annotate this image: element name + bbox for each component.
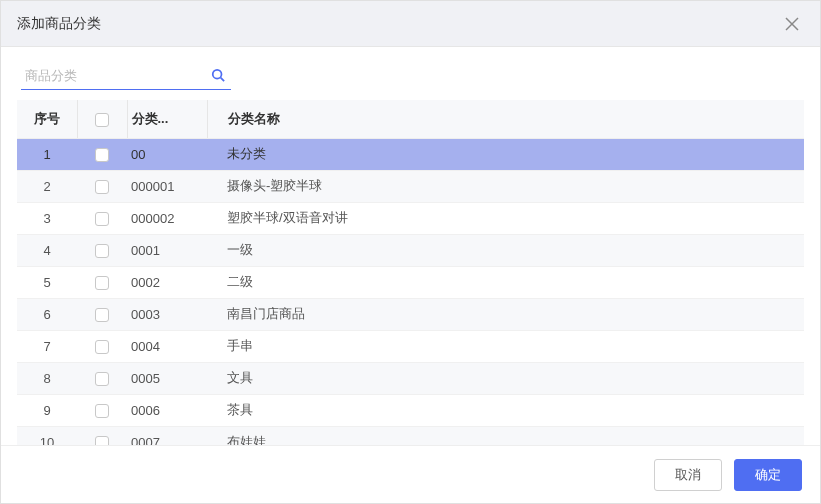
cell-checkbox — [77, 138, 127, 170]
table-body: 100未分类2000001摄像头-塑胶半球3000002塑胶半球/双语音对讲40… — [17, 138, 804, 445]
cell-index: 7 — [17, 330, 77, 362]
col-header-index[interactable]: 序号 — [17, 100, 77, 138]
cell-name: 茶具 — [207, 394, 804, 426]
table-row[interactable]: 50002二级 — [17, 266, 804, 298]
close-button[interactable] — [780, 12, 804, 36]
row-checkbox[interactable] — [95, 308, 109, 322]
table-area: 序号 分类... 分类名称 100未分类2000001摄像头-塑胶半球30000… — [1, 100, 820, 445]
cell-index: 9 — [17, 394, 77, 426]
cell-code: 0006 — [127, 394, 207, 426]
cell-name: 未分类 — [207, 138, 804, 170]
add-category-modal: 添加商品分类 序号 分类... 分类名称 — [0, 0, 821, 504]
cell-checkbox — [77, 234, 127, 266]
table-row[interactable]: 40001一级 — [17, 234, 804, 266]
col-header-code[interactable]: 分类... — [127, 100, 207, 138]
cell-checkbox — [77, 362, 127, 394]
cell-checkbox — [77, 394, 127, 426]
row-checkbox[interactable] — [95, 372, 109, 386]
cell-checkbox — [77, 202, 127, 234]
table-row[interactable]: 100未分类 — [17, 138, 804, 170]
cell-code: 0005 — [127, 362, 207, 394]
svg-line-3 — [221, 78, 225, 82]
table-row[interactable]: 2000001摄像头-塑胶半球 — [17, 170, 804, 202]
cell-code: 0002 — [127, 266, 207, 298]
cell-code: 0007 — [127, 426, 207, 445]
row-checkbox[interactable] — [95, 404, 109, 418]
cell-index: 10 — [17, 426, 77, 445]
cell-name: 南昌门店商品 — [207, 298, 804, 330]
cell-name: 手串 — [207, 330, 804, 362]
cell-code: 0001 — [127, 234, 207, 266]
modal-header: 添加商品分类 — [1, 1, 820, 47]
svg-point-2 — [213, 70, 222, 79]
cell-name: 一级 — [207, 234, 804, 266]
cell-checkbox — [77, 426, 127, 445]
cell-checkbox — [77, 330, 127, 362]
cell-code: 000002 — [127, 202, 207, 234]
ok-button[interactable]: 确定 — [734, 459, 802, 491]
table-header: 序号 分类... 分类名称 — [17, 100, 804, 138]
cell-code: 00 — [127, 138, 207, 170]
close-icon — [785, 17, 799, 31]
table-row[interactable]: 60003南昌门店商品 — [17, 298, 804, 330]
row-checkbox[interactable] — [95, 340, 109, 354]
search-area — [1, 47, 820, 100]
col-header-name[interactable]: 分类名称 — [207, 100, 804, 138]
cancel-button[interactable]: 取消 — [654, 459, 722, 491]
table-row[interactable]: 70004手串 — [17, 330, 804, 362]
modal-title: 添加商品分类 — [17, 15, 101, 33]
cell-index: 1 — [17, 138, 77, 170]
cell-index: 8 — [17, 362, 77, 394]
search-wrap — [21, 61, 231, 90]
table-scroll[interactable]: 序号 分类... 分类名称 100未分类2000001摄像头-塑胶半球30000… — [17, 100, 804, 445]
row-checkbox[interactable] — [95, 180, 109, 194]
row-checkbox[interactable] — [95, 212, 109, 226]
table-row[interactable]: 100007布娃娃 — [17, 426, 804, 445]
cell-index: 6 — [17, 298, 77, 330]
table-row[interactable]: 3000002塑胶半球/双语音对讲 — [17, 202, 804, 234]
table-row[interactable]: 90006茶具 — [17, 394, 804, 426]
cell-name: 文具 — [207, 362, 804, 394]
cell-code: 000001 — [127, 170, 207, 202]
cell-checkbox — [77, 170, 127, 202]
row-checkbox[interactable] — [95, 148, 109, 162]
row-checkbox[interactable] — [95, 436, 109, 445]
cell-index: 2 — [17, 170, 77, 202]
cell-index: 3 — [17, 202, 77, 234]
cell-name: 摄像头-塑胶半球 — [207, 170, 804, 202]
table-row[interactable]: 80005文具 — [17, 362, 804, 394]
search-button[interactable] — [211, 68, 225, 82]
cell-checkbox — [77, 298, 127, 330]
select-all-checkbox[interactable] — [95, 113, 109, 127]
modal-footer: 取消 确定 — [1, 445, 820, 503]
cell-index: 5 — [17, 266, 77, 298]
cell-name: 布娃娃 — [207, 426, 804, 445]
cell-name: 二级 — [207, 266, 804, 298]
cell-code: 0003 — [127, 298, 207, 330]
category-table: 序号 分类... 分类名称 100未分类2000001摄像头-塑胶半球30000… — [17, 100, 804, 445]
cell-name: 塑胶半球/双语音对讲 — [207, 202, 804, 234]
cell-index: 4 — [17, 234, 77, 266]
cell-code: 0004 — [127, 330, 207, 362]
search-input[interactable] — [21, 61, 231, 89]
row-checkbox[interactable] — [95, 244, 109, 258]
search-icon — [211, 68, 225, 82]
col-header-checkbox — [77, 100, 127, 138]
row-checkbox[interactable] — [95, 276, 109, 290]
cell-checkbox — [77, 266, 127, 298]
